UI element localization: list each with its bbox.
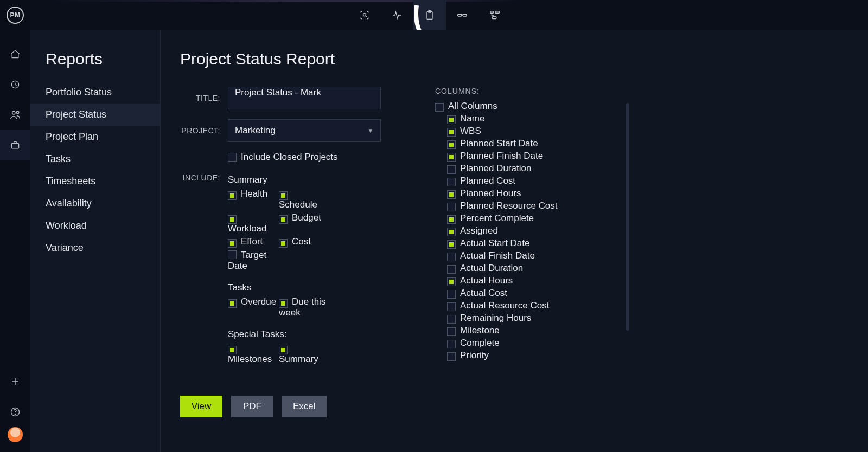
column-option[interactable]: Percent Complete (447, 213, 620, 224)
column-option[interactable]: Actual Resource Cost (447, 300, 620, 311)
sidebar-item-tasks[interactable]: Tasks (30, 148, 160, 170)
special-label: Milestones (228, 354, 272, 364)
add-icon[interactable] (0, 366, 30, 397)
column-label: Name (460, 113, 484, 124)
column-checkbox[interactable] (447, 165, 456, 174)
column-option[interactable]: Planned Start Date (447, 138, 620, 149)
column-checkbox[interactable] (447, 302, 456, 311)
summary-checkbox[interactable] (279, 239, 288, 248)
sidebar-item-portfolio-status[interactable]: Portfolio Status (30, 81, 160, 104)
column-option[interactable]: Remaining Hours (447, 313, 620, 324)
help-icon[interactable] (0, 397, 30, 427)
column-checkbox[interactable] (447, 315, 456, 324)
summary-checkbox[interactable] (228, 215, 237, 224)
column-option[interactable]: WBS (447, 126, 620, 137)
search-zoom-icon[interactable] (358, 9, 371, 22)
sidebar-item-project-plan[interactable]: Project Plan (30, 126, 160, 148)
special-checkbox[interactable] (279, 346, 288, 354)
link-icon[interactable] (456, 9, 469, 22)
briefcase-icon[interactable] (0, 130, 30, 160)
summary-option[interactable]: Cost (279, 236, 330, 247)
columns-all-row[interactable]: All Columns (435, 101, 620, 112)
column-checkbox[interactable] (447, 228, 456, 236)
clipboard-icon[interactable] (423, 9, 436, 22)
sidebar-item-variance[interactable]: Variance (30, 237, 160, 259)
column-option[interactable]: Planned Resource Cost (447, 201, 620, 211)
column-option[interactable]: Actual Start Date (447, 238, 620, 249)
column-option[interactable]: Complete (447, 338, 620, 348)
tasks-checkbox[interactable] (228, 299, 237, 308)
people-icon[interactable] (0, 100, 30, 130)
column-option[interactable]: Actual Duration (447, 263, 620, 274)
column-option[interactable]: Planned Cost (447, 176, 620, 186)
column-option[interactable]: Assigned (447, 225, 620, 236)
pdf-button[interactable]: PDF (231, 396, 273, 417)
column-checkbox[interactable] (447, 265, 456, 274)
sidebar-item-availability[interactable]: Availability (30, 192, 160, 215)
column-checkbox[interactable] (447, 352, 456, 361)
summary-option[interactable]: Effort (228, 236, 279, 247)
column-checkbox[interactable] (447, 140, 456, 149)
title-input[interactable]: Project Status - Mark (228, 87, 381, 109)
column-checkbox[interactable] (447, 240, 456, 249)
column-checkbox[interactable] (447, 178, 456, 186)
avatar[interactable] (8, 427, 23, 442)
home-icon[interactable] (0, 39, 30, 69)
flow-icon[interactable] (488, 9, 501, 22)
column-checkbox[interactable] (447, 253, 456, 261)
column-checkbox[interactable] (447, 215, 456, 224)
summary-option[interactable]: Target Date (228, 249, 279, 272)
column-checkbox[interactable] (447, 327, 456, 336)
activity-icon[interactable] (391, 9, 404, 22)
column-option[interactable]: Planned Finish Date (447, 151, 620, 162)
columns-all-checkbox[interactable] (435, 103, 444, 112)
project-select[interactable]: Marketing ▼ (228, 119, 381, 142)
project-label: PROJECT: (180, 126, 228, 135)
column-checkbox[interactable] (447, 115, 456, 124)
sidebar-item-timesheets[interactable]: Timesheets (30, 170, 160, 192)
tasks-option[interactable]: Due this week (279, 296, 330, 318)
tasks-checkbox[interactable] (279, 299, 288, 308)
summary-checkbox[interactable] (228, 250, 237, 259)
include-closed-checkbox[interactable] (228, 153, 237, 162)
column-checkbox[interactable] (447, 153, 456, 162)
column-checkbox[interactable] (447, 203, 456, 211)
column-option[interactable]: Planned Hours (447, 188, 620, 199)
sidebar-item-workload[interactable]: Workload (30, 215, 160, 237)
column-checkbox[interactable] (447, 290, 456, 299)
special-option[interactable]: Milestones (228, 343, 279, 365)
tasks-option[interactable]: Overdue (228, 296, 279, 318)
include-closed-row[interactable]: Include Closed Projects (228, 152, 338, 163)
excel-button[interactable]: Excel (282, 396, 327, 417)
column-option[interactable]: Actual Finish Date (447, 250, 620, 261)
summary-option[interactable]: Health (228, 189, 279, 210)
summary-checkbox[interactable] (228, 191, 237, 200)
summary-checkbox[interactable] (279, 191, 288, 200)
column-checkbox[interactable] (447, 340, 456, 348)
column-option[interactable]: Priority (447, 350, 620, 361)
columns-scrollbar[interactable] (626, 103, 629, 331)
app-logo[interactable]: PM (7, 7, 24, 24)
column-checkbox[interactable] (447, 190, 456, 199)
svg-rect-11 (11, 144, 18, 148)
special-option[interactable]: Summary (279, 343, 330, 365)
svg-rect-3 (458, 14, 462, 16)
column-option[interactable]: Actual Hours (447, 275, 620, 286)
clock-icon[interactable] (0, 69, 30, 100)
column-option[interactable]: Actual Cost (447, 288, 620, 299)
column-option[interactable]: Milestone (447, 325, 620, 336)
summary-option[interactable]: Budget (279, 212, 330, 234)
sidebar-item-project-status[interactable]: Project Status (30, 104, 160, 126)
summary-option[interactable]: Schedule (279, 189, 330, 210)
column-checkbox[interactable] (447, 128, 456, 137)
column-label: WBS (460, 126, 481, 137)
column-option[interactable]: Planned Duration (447, 163, 620, 174)
summary-checkbox[interactable] (228, 239, 237, 248)
summary-option[interactable]: Workload (228, 212, 279, 234)
view-button[interactable]: View (180, 396, 222, 417)
summary-label: Schedule (279, 199, 317, 210)
summary-checkbox[interactable] (279, 215, 288, 224)
column-checkbox[interactable] (447, 277, 456, 286)
column-option[interactable]: Name (447, 113, 620, 124)
special-checkbox[interactable] (228, 346, 237, 354)
